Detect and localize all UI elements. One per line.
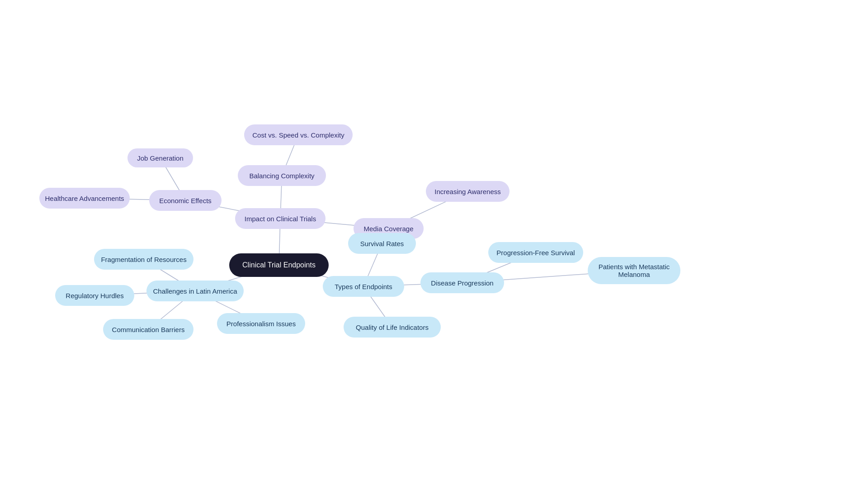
node-label-survivalRates: Survival Rates	[360, 240, 404, 247]
node-label-communicationBarriers: Communication Barriers	[112, 326, 185, 333]
node-survivalRates[interactable]: Survival Rates	[348, 233, 416, 254]
node-label-jobGeneration: Job Generation	[137, 154, 184, 162]
node-regulatoryHurdles[interactable]: Regulatory Hurdles	[55, 285, 134, 306]
node-patientsMetastaticMelanoma[interactable]: Patients with Metastatic Melanoma	[588, 257, 680, 284]
node-label-progressionFreeSurvival: Progression-Free Survival	[496, 249, 575, 257]
node-label-impactClinicalTrials: Impact on Clinical Trials	[245, 215, 316, 223]
node-healthcareAdvancements[interactable]: Healthcare Advancements	[39, 188, 130, 209]
node-progressionFreeSurvival[interactable]: Progression-Free Survival	[488, 242, 583, 263]
node-impactClinicalTrials[interactable]: Impact on Clinical Trials	[235, 208, 326, 229]
node-communicationBarriers[interactable]: Communication Barriers	[103, 319, 193, 340]
node-qualityOfLife[interactable]: Quality of Life Indicators	[344, 317, 441, 338]
node-diseaseProgression[interactable]: Disease Progression	[420, 272, 504, 293]
node-label-qualityOfLife: Quality of Life Indicators	[356, 323, 429, 331]
node-increasingAwareness[interactable]: Increasing Awareness	[426, 181, 509, 202]
connections-svg	[0, 0, 868, 490]
node-label-professionalismIssues: Professionalism Issues	[226, 320, 296, 328]
node-challengesLatinAmerica[interactable]: Challenges in Latin America	[146, 281, 244, 301]
node-label-typesOfEndpoints: Types of Endpoints	[335, 283, 392, 290]
node-fragmentationResources[interactable]: Fragmentation of Resources	[94, 249, 193, 270]
node-label-healthcareAdvancements: Healthcare Advancements	[45, 195, 124, 202]
node-professionalismIssues[interactable]: Professionalism Issues	[217, 313, 305, 334]
node-label-costVsSpeed: Cost vs. Speed vs. Complexity	[252, 131, 344, 139]
node-balancingComplexity[interactable]: Balancing Complexity	[238, 165, 326, 186]
node-costVsSpeed[interactable]: Cost vs. Speed vs. Complexity	[244, 124, 353, 145]
node-label-center: Clinical Trial Endpoints	[242, 261, 316, 269]
node-label-fragmentationResources: Fragmentation of Resources	[101, 256, 186, 263]
node-label-economicEffects: Economic Effects	[159, 197, 212, 205]
node-label-regulatoryHurdles: Regulatory Hurdles	[66, 292, 123, 300]
node-label-mediaCoverage: Media Coverage	[363, 225, 413, 233]
node-typesOfEndpoints[interactable]: Types of Endpoints	[323, 276, 404, 297]
node-label-increasingAwareness: Increasing Awareness	[434, 188, 500, 195]
mind-map: Clinical Trial EndpointsImpact on Clinic…	[0, 0, 868, 490]
node-label-patientsMetastaticMelanoma: Patients with Metastatic Melanoma	[599, 263, 670, 278]
node-label-diseaseProgression: Disease Progression	[431, 279, 493, 287]
node-center[interactable]: Clinical Trial Endpoints	[229, 253, 329, 277]
node-economicEffects[interactable]: Economic Effects	[149, 190, 222, 211]
node-label-balancingComplexity: Balancing Complexity	[249, 172, 314, 180]
node-jobGeneration[interactable]: Job Generation	[127, 148, 193, 167]
node-label-challengesLatinAmerica: Challenges in Latin America	[153, 287, 237, 295]
